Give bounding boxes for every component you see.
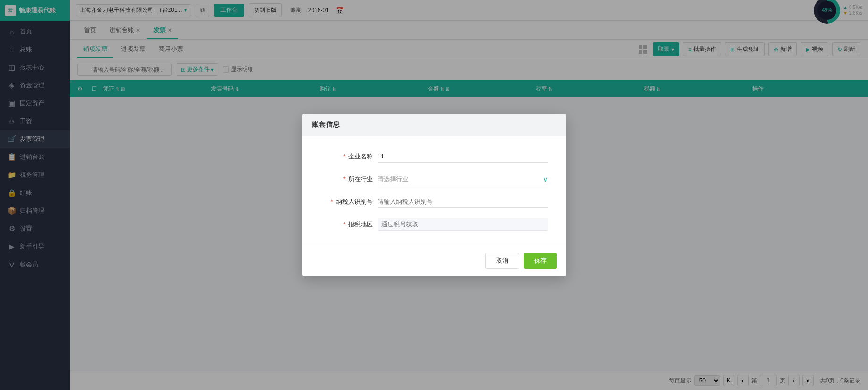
tax-id-label: * 纳税人识别号 [321,198,378,206]
tax-region-row: * 报税地区 [321,218,548,231]
modal-footer: 取消 保存 [302,245,566,276]
cancel-button[interactable]: 取消 [485,253,519,269]
company-name-label: * 企业名称 [321,152,378,161]
company-name-row: * 企业名称 [321,150,548,163]
industry-row: * 所在行业 请选择行业 ∨ [321,173,548,185]
modal-overlay[interactable]: 账套信息 * 企业名称 * 所在行业 请选择行业 [0,0,868,390]
industry-label: * 所在行业 [321,175,378,183]
tax-id-input[interactable] [378,196,548,208]
modal-title: 账套信息 [312,120,340,128]
company-name-input[interactable] [378,150,548,163]
account-info-modal: 账套信息 * 企业名称 * 所在行业 请选择行业 [302,114,566,276]
modal-body: * 企业名称 * 所在行业 请选择行业 ∨ [302,136,566,245]
modal-header: 账套信息 [302,114,566,136]
tax-id-row: * 纳税人识别号 [321,196,548,208]
industry-select-wrap: 请选择行业 ∨ [378,173,548,185]
industry-select[interactable]: 请选择行业 [378,173,548,185]
save-button[interactable]: 保存 [524,253,557,269]
tax-region-label: * 报税地区 [321,220,378,229]
tax-region-input [378,218,548,231]
